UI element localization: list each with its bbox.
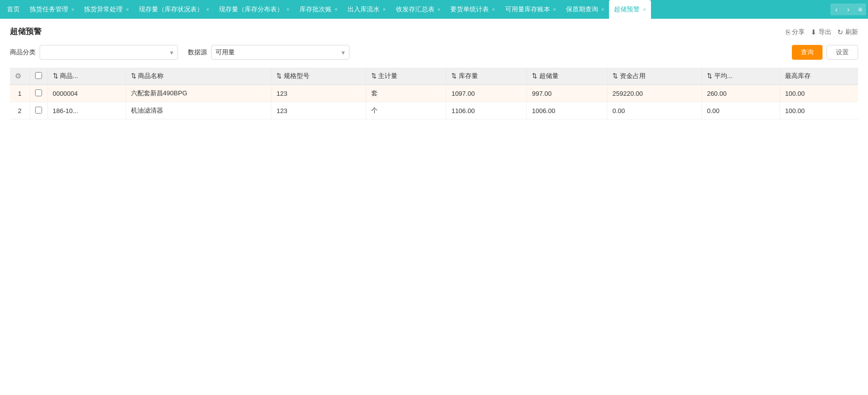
stock-cell: 1097.00 [446, 85, 527, 102]
col-capital-header[interactable]: ⇅ 资金占用 [608, 68, 702, 85]
close-icon[interactable]: × [437, 6, 440, 12]
query-button[interactable]: 查询 [792, 45, 823, 60]
table-header-row: ⚙ ⇅ 商品... ⇅ 商品名称 ⇅ 规格型号 ⇅ [10, 68, 858, 85]
spec-cell: 123 [271, 85, 366, 102]
col-max-stock-header[interactable]: 最高库存 [780, 68, 858, 85]
page-title: 超储预警 [10, 27, 42, 37]
max-stock-cell: 100.00 [780, 85, 858, 102]
row-checkbox[interactable] [35, 107, 42, 114]
chevron-down-icon: ▾ [170, 49, 174, 56]
settings-button[interactable]: 设置 [826, 45, 858, 60]
col-product-name-header[interactable]: ⇅ 商品名称 [126, 68, 271, 85]
filter-row: 商品分类 ▾ 数据源 可用量 ▾ 查询 设置 [10, 45, 858, 60]
close-icon[interactable]: × [126, 6, 129, 12]
col-product-code-header[interactable]: ⇅ 商品... [47, 68, 126, 85]
row-checkbox-cell[interactable] [30, 85, 47, 102]
product-category-label: 商品分类 [10, 48, 36, 57]
capital-cell: 0.00 [608, 102, 702, 119]
table-row: 1 0000004 六配套新昌490BPG 123 套 1097.00 997.… [10, 85, 858, 102]
close-icon[interactable]: × [643, 6, 646, 12]
max-stock-cell: 100.00 [780, 102, 858, 119]
nav-item-home[interactable]: 首页 [2, 0, 25, 19]
topbar: 首页 拣货任务管理 × 拣货异常处理 × 现存量（库存状况表） × 现存量（库存… [0, 0, 868, 19]
nav-item-collect-send[interactable]: 收发存汇总表 × [391, 0, 445, 19]
data-source-value: 可用量 [216, 48, 235, 57]
main-content: 超储预警 ⎘ 分享 ⬇ 导出 ↻ 刷新 商品分类 ▾ 数据源 [0, 19, 868, 395]
close-icon[interactable]: × [206, 6, 209, 12]
nav-item-available-account[interactable]: 可用量库存账本 × [500, 0, 561, 19]
filter-actions: 查询 设置 [792, 45, 858, 60]
export-button[interactable]: ⬇ 导出 [811, 28, 831, 37]
nav-item-inventory-dist[interactable]: 现存量（库存分布表） × [214, 0, 294, 19]
close-icon[interactable]: × [335, 6, 338, 12]
data-source-select[interactable]: 可用量 ▾ [211, 45, 349, 60]
close-icon[interactable]: × [286, 6, 289, 12]
data-table: ⚙ ⇅ 商品... ⇅ 商品名称 ⇅ 规格型号 ⇅ [10, 68, 858, 119]
col-unit-header[interactable]: ⇅ 主计量 [366, 68, 446, 85]
nav-item-batch[interactable]: 库存批次账 × [295, 0, 343, 19]
unit-cell: 套 [366, 85, 446, 102]
col-setting-header[interactable]: ⚙ [10, 68, 30, 85]
col-checkbox-header[interactable] [30, 68, 47, 85]
data-source-label: 数据源 [188, 48, 207, 57]
product-category-select[interactable]: ▾ [40, 45, 178, 60]
capital-cell: 259220.00 [608, 85, 702, 102]
col-overstock-header[interactable]: ⇅ 超储量 [527, 68, 608, 85]
chevron-down-icon: ▾ [342, 49, 345, 56]
col-stock-header[interactable]: ⇅ 库存量 [446, 68, 527, 85]
row-index: 2 [10, 102, 30, 119]
product-name-cell: 六配套新昌490BPG [126, 85, 271, 102]
nav-prev-button[interactable]: ‹ [830, 3, 842, 15]
select-all-checkbox[interactable] [35, 72, 42, 79]
refresh-icon: ↻ [837, 28, 843, 36]
share-button[interactable]: ⎘ 分享 [786, 28, 805, 37]
avg-cell: 0.00 [702, 102, 780, 119]
nav-item-quality-check[interactable]: 保质期查询 × [561, 0, 609, 19]
row-index: 1 [10, 85, 30, 102]
overstock-cell: 997.00 [527, 85, 608, 102]
header-actions: ⎘ 分享 ⬇ 导出 ↻ 刷新 [786, 28, 858, 37]
nav-item-overstock-warning[interactable]: 超储预警 × [609, 0, 651, 19]
nav-item-inventory-status[interactable]: 现存量（库存状况表） × [134, 0, 214, 19]
product-category-filter: 商品分类 ▾ [10, 45, 178, 60]
nav-item-requisition[interactable]: 要货单统计表 × [445, 0, 500, 19]
row-checkbox-cell[interactable] [30, 102, 47, 119]
nav-item-task-mgmt[interactable]: 拣货任务管理 × [25, 0, 79, 19]
share-icon: ⎘ [786, 28, 790, 36]
spec-cell: 123 [271, 102, 366, 119]
nav-next-button[interactable]: › [842, 3, 854, 15]
page-header: 超储预警 ⎘ 分享 ⬇ 导出 ↻ 刷新 [10, 27, 858, 37]
row-checkbox[interactable] [35, 89, 42, 96]
overstock-cell: 1006.00 [527, 102, 608, 119]
close-icon[interactable]: × [553, 6, 556, 12]
nav-item-inout-flow[interactable]: 出入库流水 × [343, 0, 391, 19]
export-icon: ⬇ [811, 28, 817, 36]
close-icon[interactable]: × [383, 6, 386, 12]
col-spec-header[interactable]: ⇅ 规格型号 [271, 68, 366, 85]
avg-cell: 260.00 [702, 85, 780, 102]
table-row: 2 186-10... 机油滤清器 123 个 1106.00 1006.00 … [10, 102, 858, 119]
product-code-cell: 0000004 [47, 85, 126, 102]
refresh-button[interactable]: ↻ 刷新 [837, 28, 858, 37]
unit-cell: 个 [366, 102, 446, 119]
gear-icon[interactable]: ⚙ [15, 72, 21, 80]
close-icon[interactable]: × [71, 6, 74, 12]
col-avg-header[interactable]: ⇅ 平均... [702, 68, 780, 85]
close-icon[interactable]: × [601, 6, 604, 12]
data-source-filter: 数据源 可用量 ▾ [188, 45, 349, 60]
product-name-cell: 机油滤清器 [126, 102, 271, 119]
nav-item-abnormal[interactable]: 拣货异常处理 × [79, 0, 133, 19]
close-icon[interactable]: × [492, 6, 495, 12]
nav-more-button[interactable]: ≡ [854, 3, 866, 15]
product-code-cell: 186-10... [47, 102, 126, 119]
stock-cell: 1106.00 [446, 102, 527, 119]
nav-arrows: ‹ › ≡ [830, 3, 866, 15]
